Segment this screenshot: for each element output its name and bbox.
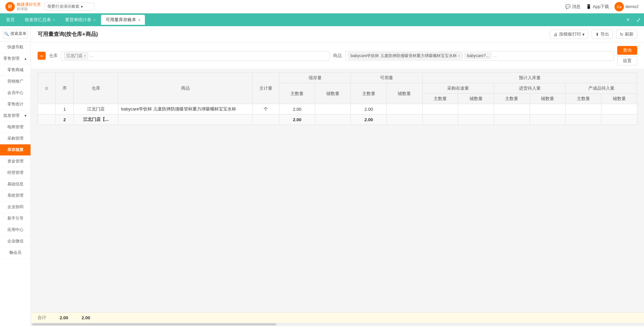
export-btn[interactable]: ⬆ 导出 bbox=[592, 30, 613, 39]
edition-badge: 标准版 bbox=[17, 7, 41, 11]
column-settings-icon[interactable]: ⚙ bbox=[45, 86, 49, 91]
sidebar-item-basic-info[interactable]: 基础信息 bbox=[0, 179, 31, 190]
sidebar-item-finance-mgmt[interactable]: 资金管理 bbox=[0, 156, 31, 167]
warehouse-label: 仓库 bbox=[49, 53, 58, 59]
top-bar-right: 💬 消息 📱 App下载 Ea demo2 bbox=[565, 2, 639, 11]
user-area[interactable]: Ea demo2 bbox=[614, 2, 639, 11]
page-header: 可用量查询(按仓库+商品) 🖨 按模板打印 ▾ ⬆ 导出 ↻ 刷新 bbox=[31, 26, 644, 43]
sidebar-item-retail-stats[interactable]: 零售统计 bbox=[0, 99, 31, 110]
th-current-stock: 现存量 bbox=[279, 73, 351, 83]
app-download-btn[interactable]: 📱 App下载 bbox=[586, 4, 609, 10]
top-bar: 好 畅捷通好生意 标准版 母婴行业演示账套 ▾ 💬 消息 📱 App下载 Ea … bbox=[0, 0, 644, 13]
cell-pt-main-g1 bbox=[422, 114, 458, 125]
chevron-down-icon: ▼ bbox=[24, 114, 27, 118]
tab-close-order-stats[interactable]: × bbox=[93, 18, 95, 22]
th-finished-pending-aux: 辅数量 bbox=[601, 94, 637, 104]
cell-pp-main-g1 bbox=[494, 114, 530, 125]
sidebar-item-enterprise-collab[interactable]: 企业协同 bbox=[0, 201, 31, 213]
sidebar-item-enterprise-wechat[interactable]: 企业微信 bbox=[0, 236, 31, 247]
sidebar-item-system-mgmt[interactable]: 系统管理 bbox=[0, 190, 31, 201]
th-warehouse: 仓库 bbox=[73, 73, 118, 104]
filter-toggle-btn[interactable]: » bbox=[38, 52, 46, 60]
product-tag-area[interactable]: babycare学饮杯 儿童防摔防撞吸管杯重力球吸嘴杯宝宝水杯 × babyca… bbox=[345, 51, 614, 61]
fullscreen-btn[interactable]: ⤢ bbox=[634, 17, 643, 23]
th-product: 商品 bbox=[118, 73, 253, 104]
print-template-btn[interactable]: 🖨 按模板打印 ▾ bbox=[550, 30, 588, 39]
sidebar-item-retail-shop[interactable]: 零售商城 bbox=[0, 64, 31, 76]
sidebar-item-inventory-check[interactable]: 库存核算 bbox=[0, 144, 31, 156]
horizontal-scrollbar[interactable] bbox=[31, 323, 644, 326]
sidebar-item-new-guide[interactable]: 新手引导 bbox=[0, 213, 31, 224]
sidebar-item-purchase-mgmt[interactable]: 采购管理 bbox=[0, 133, 31, 144]
sidebar-item-member-center[interactable]: 会员中心 bbox=[0, 87, 31, 99]
tab-close-income-expense[interactable]: × bbox=[53, 18, 55, 22]
table-row: 1 江北门店 babycare学饮杯 儿童防摔防撞吸管杯重力球吸嘴杯宝宝水杯 个… bbox=[38, 104, 637, 114]
cell-unit-g1 bbox=[253, 114, 279, 125]
refresh-icon: ↻ bbox=[620, 32, 624, 37]
cell-pp-main-1 bbox=[494, 104, 530, 114]
th-available-aux-qty: 辅数量 bbox=[387, 83, 423, 104]
dropdown-icon: ▾ bbox=[582, 32, 585, 37]
filter-bar: » 仓库 江北门店 × ... 商品 babycare学饮杯 儿童防摔防撞吸管杯… bbox=[31, 43, 644, 69]
th-settings: ⚙ bbox=[38, 73, 56, 104]
cell-pp-aux-1 bbox=[530, 104, 566, 114]
query-btn-area: 查询 设置 bbox=[617, 46, 637, 65]
cell-available-aux-g1 bbox=[387, 114, 423, 125]
search-menu-btn[interactable]: 🔍 搜索菜单 bbox=[3, 29, 28, 39]
main-layout: 🔍 搜索菜单 快捷导航 零售管理 ▲ 零售商城 营销推广 会员中心 零售统计 批… bbox=[0, 26, 644, 326]
sidebar-item-ecommerce-mgmt[interactable]: 电商管理 bbox=[0, 122, 31, 133]
chevron-down-icon: ▾ bbox=[81, 4, 83, 9]
cell-unit-1: 个 bbox=[253, 104, 279, 114]
sidebar-item-quick-nav[interactable]: 快捷导航 bbox=[0, 42, 31, 53]
message-btn[interactable]: 💬 消息 bbox=[565, 4, 581, 10]
tab-home[interactable]: 首页 bbox=[1, 15, 19, 25]
industry-selector[interactable]: 母婴行业演示账套 ▾ bbox=[44, 3, 95, 10]
th-purchase-transit-aux: 辅数量 bbox=[458, 94, 494, 104]
product-more-icon[interactable]: ... bbox=[493, 53, 497, 58]
cell-fp-main-1 bbox=[566, 104, 601, 114]
product-tag-1: babycare?... bbox=[465, 53, 491, 59]
cell-current-aux-g1 bbox=[315, 114, 351, 125]
sidebar-item-vip-member[interactable]: 畅会员 bbox=[0, 247, 31, 259]
sidebar-item-app-center[interactable]: 应用中心 bbox=[0, 224, 31, 236]
tab-income-expense[interactable]: 收发存汇总表 × bbox=[20, 15, 60, 25]
cell-fp-aux-1 bbox=[601, 104, 637, 114]
print-icon: 🖨 bbox=[553, 32, 558, 37]
th-finished-pending: 产成品待入量 bbox=[566, 83, 637, 94]
tab-available-stock[interactable]: 可用量库存账本 × bbox=[101, 15, 145, 25]
tab-order-stats[interactable]: 要货单统计表 × bbox=[60, 15, 100, 25]
page-header-actions: 🖨 按模板打印 ▾ ⬆ 导出 ↻ 刷新 bbox=[550, 30, 637, 39]
export-icon: ⬆ bbox=[595, 32, 599, 37]
warehouse-tag-0: 江北门店 × bbox=[64, 52, 88, 59]
query-btn[interactable]: 查询 bbox=[617, 46, 637, 55]
settings-btn[interactable]: 设置 bbox=[617, 56, 637, 65]
avatar: Ea bbox=[614, 2, 624, 11]
tab-close-available-stock[interactable]: × bbox=[138, 18, 140, 22]
cell-product-g1 bbox=[118, 114, 253, 125]
footer-item: 合计 bbox=[38, 315, 46, 321]
warehouse-tag-close-0[interactable]: × bbox=[84, 54, 86, 58]
sidebar-item-retail-mgmt[interactable]: 零售管理 ▲ bbox=[0, 53, 31, 64]
cell-pt-aux-1 bbox=[458, 104, 494, 114]
warehouse-more-icon[interactable]: ... bbox=[90, 53, 94, 58]
cell-current-main-1: 2.00 bbox=[279, 104, 315, 114]
logo-area: 好 畅捷通好生意 标准版 bbox=[5, 2, 41, 11]
close-all-tabs-btn[interactable]: × bbox=[625, 17, 632, 23]
warehouse-tag-area[interactable]: 江北门店 × ... bbox=[61, 51, 330, 61]
scroll-thumb[interactable] bbox=[32, 323, 276, 325]
cell-product-1: babycare学饮杯 儿童防摔防撞吸管杯重力球吸嘴杯宝宝水杯 bbox=[118, 104, 253, 114]
cell-pp-aux-g1 bbox=[530, 114, 566, 125]
cell-settings-g1 bbox=[38, 114, 56, 125]
footer-current-qty: 2.00 bbox=[60, 315, 68, 320]
th-current-main-qty: 主数量 bbox=[279, 83, 315, 104]
product-tag-close-0[interactable]: × bbox=[458, 54, 460, 58]
th-purchase-pending-aux: 辅数量 bbox=[530, 94, 566, 104]
sidebar-item-operations-mgmt[interactable]: 经营管理 bbox=[0, 167, 31, 179]
sidebar-item-marketing[interactable]: 营销推广 bbox=[0, 76, 31, 87]
refresh-btn[interactable]: ↻ 刷新 bbox=[616, 30, 637, 39]
cell-fp-aux-g1 bbox=[601, 114, 637, 125]
sidebar-item-wholesale-mgmt[interactable]: 批发管理 ▼ bbox=[0, 110, 31, 122]
cell-warehouse-1: 江北门店 bbox=[73, 104, 118, 114]
cell-available-main-1: 2.00 bbox=[351, 104, 387, 114]
sidebar-search: 🔍 搜索菜单 bbox=[0, 26, 31, 42]
